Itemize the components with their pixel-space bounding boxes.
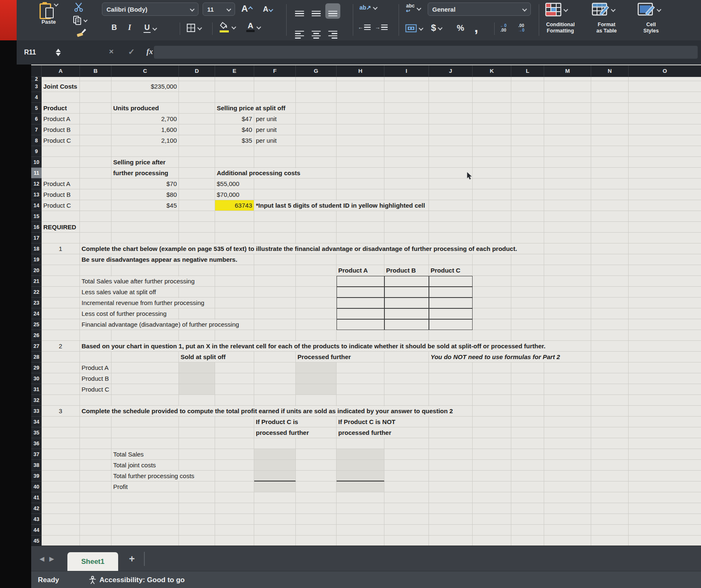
cell-J39[interactable] — [429, 471, 473, 481]
cell-D2[interactable] — [179, 77, 215, 81]
cell-I13[interactable] — [384, 189, 429, 200]
cell-L30[interactable] — [511, 373, 544, 384]
cell-B33[interactable]: Complete the schedule provided to comput… — [80, 406, 111, 417]
cell-J13[interactable] — [429, 189, 473, 200]
cell-B15[interactable] — [80, 211, 111, 222]
cell-J10[interactable] — [429, 157, 473, 168]
cell-N13[interactable] — [591, 189, 629, 200]
cell-H3[interactable] — [337, 81, 384, 92]
accounting-format-button[interactable]: $ — [431, 22, 442, 33]
cell-I5[interactable] — [384, 103, 429, 114]
cell-N22[interactable] — [591, 287, 629, 298]
cell-N35[interactable] — [591, 427, 629, 438]
cell-A45[interactable] — [42, 536, 80, 546]
cell-B4[interactable] — [80, 92, 111, 103]
cell-A32[interactable] — [42, 395, 80, 406]
cell-D26[interactable] — [179, 330, 215, 341]
cell-B16[interactable] — [80, 222, 111, 233]
cell-M31[interactable] — [544, 384, 591, 395]
column-header-J[interactable]: J — [429, 65, 473, 77]
cell-K4[interactable] — [473, 92, 511, 103]
cell-I15[interactable] — [384, 211, 429, 222]
row-header-44[interactable]: 44 — [31, 525, 42, 536]
cell-N15[interactable] — [591, 211, 629, 222]
cell-L4[interactable] — [511, 92, 544, 103]
cell-K29[interactable] — [473, 362, 511, 373]
increase-decimal-button[interactable]: ←0 .00 — [500, 23, 507, 32]
cell-L19[interactable] — [511, 254, 544, 265]
cell-F32[interactable] — [254, 395, 296, 406]
column-header-D[interactable]: D — [179, 65, 215, 77]
cell-J20[interactable]: Product C — [429, 265, 473, 276]
cell-J12[interactable] — [429, 179, 473, 189]
row-header-28[interactable]: 28 — [31, 352, 42, 362]
cell-C3[interactable]: $235,000 — [111, 81, 179, 92]
cell-H8[interactable] — [337, 135, 384, 146]
cell-M20[interactable] — [544, 265, 591, 276]
cell-M12[interactable] — [544, 179, 591, 189]
cell-E2[interactable] — [215, 77, 254, 81]
cell-E23[interactable] — [215, 298, 254, 308]
cell-H19[interactable] — [337, 254, 384, 265]
cell-L32[interactable] — [511, 395, 544, 406]
row-header-3[interactable]: 3 — [31, 81, 42, 92]
cell-K44[interactable] — [473, 525, 511, 536]
cell-L8[interactable] — [511, 135, 544, 146]
cell-I21[interactable] — [384, 276, 429, 287]
cell-L9[interactable] — [511, 146, 544, 157]
cell-O31[interactable] — [629, 384, 701, 395]
cell-B39[interactable] — [80, 471, 111, 481]
cell-F9[interactable] — [254, 146, 296, 157]
cell-K42[interactable] — [473, 503, 511, 514]
cell-J43[interactable] — [429, 514, 473, 525]
row-header-40[interactable]: 40 — [31, 481, 42, 492]
cell-I26[interactable] — [384, 330, 429, 341]
row-header-16[interactable]: 16 — [31, 222, 42, 233]
cell-M33[interactable] — [544, 406, 591, 417]
accessibility-status[interactable]: Accessibility: Good to go — [89, 576, 185, 584]
cell-M6[interactable] — [544, 114, 591, 124]
cell-G23[interactable] — [296, 298, 337, 308]
align-bottom-button[interactable] — [325, 3, 340, 19]
cell-H38[interactable] — [337, 460, 384, 471]
cell-M43[interactable] — [544, 514, 591, 525]
cell-C37[interactable]: Total Sales — [111, 449, 179, 460]
cell-N19[interactable] — [591, 254, 629, 265]
cell-D7[interactable] — [179, 124, 215, 135]
cell-M10[interactable] — [544, 157, 591, 168]
cell-J42[interactable] — [429, 503, 473, 514]
cell-N36[interactable] — [591, 438, 629, 449]
cell-A5[interactable]: Product — [42, 103, 80, 114]
cell-O30[interactable] — [629, 373, 701, 384]
cell-D44[interactable] — [179, 525, 215, 536]
cell-N26[interactable] — [591, 330, 629, 341]
cell-H24[interactable] — [337, 308, 384, 319]
column-header-H[interactable]: H — [337, 65, 384, 77]
cell-L20[interactable] — [511, 265, 544, 276]
cell-H31[interactable] — [337, 384, 384, 395]
cell-E35[interactable] — [215, 427, 254, 438]
cell-C6[interactable]: 2,700 — [111, 114, 179, 124]
cell-E12[interactable]: $55,000 — [215, 179, 254, 189]
cell-A20[interactable] — [42, 265, 80, 276]
cell-G16[interactable] — [296, 222, 337, 233]
align-center-button[interactable] — [309, 23, 324, 41]
cell-B3[interactable] — [80, 81, 111, 92]
cell-B43[interactable] — [80, 514, 111, 525]
cell-H29[interactable] — [337, 362, 384, 373]
cell-H42[interactable] — [337, 503, 384, 514]
cell-J34[interactable] — [429, 417, 473, 427]
cell-G20[interactable] — [296, 265, 337, 276]
cell-H17[interactable] — [337, 233, 384, 243]
cell-I42[interactable] — [384, 503, 429, 514]
cell-N27[interactable] — [591, 341, 629, 352]
cell-F24[interactable] — [254, 308, 296, 319]
cell-L17[interactable] — [511, 233, 544, 243]
cell-B38[interactable] — [80, 460, 111, 471]
cell-H34[interactable]: If Product C is NOT — [337, 417, 384, 427]
cell-H5[interactable] — [337, 103, 384, 114]
cell-B41[interactable] — [80, 492, 111, 503]
cell-F28[interactable] — [254, 352, 296, 362]
cell-D35[interactable] — [179, 427, 215, 438]
cell-C41[interactable] — [111, 492, 179, 503]
